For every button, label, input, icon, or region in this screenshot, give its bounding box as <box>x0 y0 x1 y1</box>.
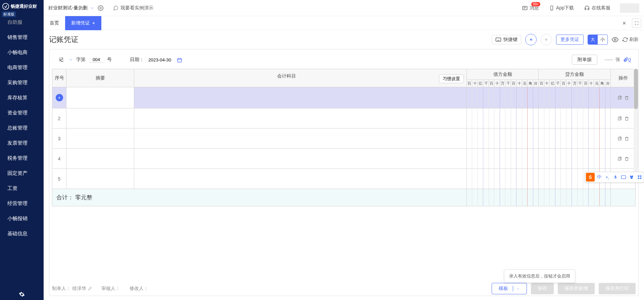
ime-punct-icon[interactable]: •, <box>603 173 611 181</box>
tab-home[interactable]: 首页 <box>44 16 65 30</box>
sidebar-item-sales[interactable]: 销售管理 <box>0 30 44 45</box>
maker-label: 制单人： <box>52 286 71 291</box>
fullscreen-button[interactable] <box>632 18 641 28</box>
subject-cell[interactable] <box>134 108 467 129</box>
sidebar-item-fixed-assets[interactable]: 固定资产 <box>0 166 44 181</box>
sidebar-item-basic-info[interactable]: 基础信息 <box>0 226 44 241</box>
template-button[interactable]: 模板 <box>492 283 527 294</box>
tab-home-label: 首页 <box>50 20 59 26</box>
attach-button[interactable]: 附单据 <box>572 55 597 65</box>
credit-cell[interactable] <box>539 149 611 169</box>
summary-cell[interactable] <box>66 129 134 149</box>
calendar-button[interactable] <box>177 57 182 62</box>
avatar[interactable] <box>620 3 639 13</box>
delete-row-icon[interactable] <box>624 156 629 161</box>
prev-voucher-button[interactable] <box>525 34 537 45</box>
close-all-tabs-button[interactable] <box>619 18 629 28</box>
summary-cell[interactable] <box>66 87 134 108</box>
debit-cell[interactable] <box>466 108 539 129</box>
chevron-down-icon <box>516 287 520 291</box>
summary-cell[interactable] <box>66 108 134 129</box>
sidebar-item-salary[interactable]: 工资 <box>0 181 44 196</box>
sidebar-item-partial[interactable]: 自助服 <box>0 19 44 30</box>
sidebar-item-inventory[interactable]: 库存核算 <box>0 90 44 105</box>
sidebar-item-ledger[interactable]: 总账管理 <box>0 120 44 136</box>
subject-cell[interactable] <box>134 149 467 169</box>
demo-link[interactable]: 我要看实例演示 <box>113 5 153 11</box>
debit-cell[interactable] <box>466 87 539 108</box>
size-large-button[interactable]: 大 <box>588 35 598 44</box>
project-selector[interactable]: 好业财测试-量勿删 <box>48 5 94 11</box>
sidebar-item-tax[interactable]: 税务管理 <box>0 151 44 166</box>
credit-cell[interactable] <box>539 108 611 129</box>
copy-row-icon[interactable] <box>617 116 622 121</box>
sidebar-item-funds[interactable]: 资金管理 <box>0 105 44 120</box>
copy-row-icon[interactable] <box>617 95 622 100</box>
table-row[interactable]: 5 <box>52 169 636 189</box>
copy-row-icon[interactable] <box>617 136 622 141</box>
delete-row-icon[interactable] <box>624 116 629 121</box>
sidebar-item-operations[interactable]: 经营管理 <box>0 196 44 211</box>
close-icon <box>622 21 627 26</box>
refresh-button[interactable]: 刷新 <box>623 37 639 43</box>
summary-cell[interactable] <box>66 169 134 189</box>
ime-toolbar[interactable]: S 中 •, <box>585 172 644 183</box>
sidebar-item-ecommerce[interactable]: 电商管理 <box>0 60 44 75</box>
attachment-link-button[interactable]: 0 <box>623 57 631 62</box>
add-row-button[interactable]: + <box>56 94 63 101</box>
close-icon[interactable] <box>92 21 95 25</box>
ime-keyboard-icon[interactable] <box>620 173 628 181</box>
sidebar-item-xiaochang-ec[interactable]: 小畅电商 <box>0 45 44 60</box>
calendar-icon <box>177 57 182 63</box>
next-voucher-button[interactable] <box>541 34 552 45</box>
ime-lang[interactable]: 中 <box>595 173 603 181</box>
summary-cell[interactable] <box>66 149 134 169</box>
app-download-button[interactable]: App下载 <box>549 5 574 11</box>
summary-input[interactable] <box>67 88 133 106</box>
delete-row-icon[interactable] <box>624 136 629 141</box>
digit-header: 万 <box>572 80 578 87</box>
save-new-button: 保存并新增 <box>558 283 595 294</box>
sidebar-item-reimburse[interactable]: 小畅报销 <box>0 211 44 226</box>
delete-row-icon[interactable] <box>624 95 629 100</box>
subject-cell[interactable] <box>134 129 467 149</box>
credit-cell[interactable] <box>539 129 611 149</box>
project-settings-button[interactable] <box>98 5 104 11</box>
table-row[interactable]: 3 <box>52 129 636 149</box>
digit-header: 十 <box>566 80 572 87</box>
attach-count-input[interactable] <box>605 60 613 60</box>
ime-mic-icon[interactable] <box>611 173 620 181</box>
edit-maker-button[interactable] <box>88 287 92 291</box>
table-row[interactable]: 2 <box>52 108 636 129</box>
service-button[interactable]: 在线客服 <box>584 5 610 11</box>
sidebar-settings[interactable] <box>0 289 44 300</box>
visibility-button[interactable] <box>612 36 618 43</box>
th-subject-label: 会计科目 <box>277 73 296 79</box>
debit-cell[interactable] <box>466 169 539 189</box>
copy-row-icon[interactable] <box>617 156 622 161</box>
sidebar-item-purchase[interactable]: 采购管理 <box>0 75 44 90</box>
voucher-number-input[interactable] <box>89 57 104 62</box>
more-voucher-button[interactable]: 更多凭证 <box>556 35 584 45</box>
debit-cell[interactable] <box>466 129 539 149</box>
table-row[interactable]: 4 <box>52 149 636 169</box>
debit-cell[interactable] <box>466 149 539 169</box>
sidebar-item-invoice[interactable]: 发票管理 <box>0 136 44 151</box>
chevron-down-icon[interactable] <box>69 58 73 62</box>
scrollbar-track[interactable] <box>634 69 638 176</box>
ime-skin-icon[interactable] <box>628 173 636 181</box>
subject-cell[interactable] <box>134 169 467 189</box>
digit-header: 十 <box>588 80 594 87</box>
shortcut-button[interactable]: 快捷键 <box>492 35 521 44</box>
tab-new-voucher[interactable]: 新增凭证 <box>65 16 101 30</box>
credit-cell[interactable] <box>539 87 611 108</box>
date-input[interactable] <box>144 57 176 62</box>
habit-settings-button[interactable]: 习惯设置 <box>439 74 464 83</box>
message-button[interactable]: 消息 99+ <box>522 5 539 11</box>
ime-menu-icon[interactable] <box>636 173 644 181</box>
table-row[interactable]: + <box>52 87 636 108</box>
voucher-code-input[interactable] <box>57 57 65 62</box>
subject-cell[interactable] <box>134 87 467 108</box>
size-small-button[interactable]: 小 <box>598 35 607 44</box>
scrollbar-thumb[interactable] <box>634 69 638 109</box>
